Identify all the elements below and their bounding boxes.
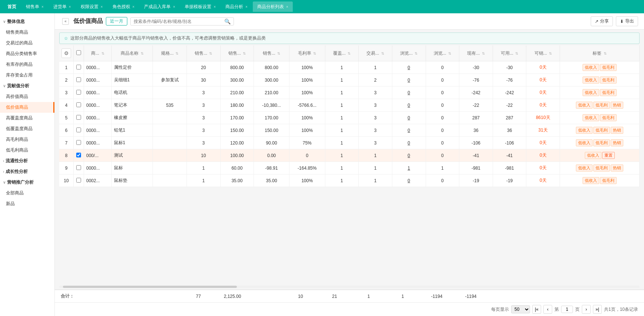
cell-browse1[interactable]: 0 — [392, 74, 426, 86]
page-size-select[interactable]: 50 100 200 — [511, 305, 530, 313]
cell-checkbox[interactable] — [74, 112, 84, 124]
cell-browse1[interactable]: 0 — [392, 137, 426, 149]
cell-browse1[interactable]: 0 — [392, 149, 426, 162]
sort-icon[interactable]: ⇅ — [448, 51, 451, 55]
sort-icon[interactable]: ⇅ — [209, 51, 212, 55]
next-page-button[interactable]: › — [582, 305, 591, 314]
close-icon[interactable]: × — [69, 5, 71, 9]
nav-tab-permission[interactable]: 权限设置 × — [76, 1, 107, 12]
browse-link[interactable]: 0 — [407, 90, 410, 95]
cell-browse1[interactable]: 0 — [392, 61, 426, 74]
row-checkbox[interactable] — [76, 102, 81, 107]
close-icon[interactable]: × — [286, 5, 288, 9]
cell-checkbox[interactable] — [74, 86, 84, 99]
sidebar-item-high-coverage[interactable]: 高覆盖度商品 — [0, 113, 54, 123]
nav-tab-product-in[interactable]: 产成品入库单 × — [140, 1, 180, 12]
horizontal-scrollbar[interactable] — [59, 286, 640, 288]
sidebar-item-traded[interactable]: 交易过的商品 — [0, 38, 54, 48]
cell-checkbox[interactable] — [74, 137, 84, 149]
collapse-sidebar-button[interactable]: « — [62, 18, 69, 25]
last-page-button[interactable]: »| — [593, 305, 602, 314]
cell-checkbox[interactable] — [74, 99, 84, 112]
row-checkbox[interactable] — [76, 140, 81, 145]
select-all-checkbox[interactable] — [76, 50, 81, 55]
export-button[interactable]: ⬇ 导出 — [616, 16, 638, 26]
nav-tab-role[interactable]: 角色授权 × — [108, 1, 139, 12]
row-checkbox[interactable] — [76, 153, 81, 157]
sort-icon[interactable]: ⇅ — [101, 51, 104, 55]
sort-icon[interactable]: ⇅ — [415, 51, 417, 55]
sidebar-item-in-stock[interactable]: 有库存的商品 — [0, 59, 54, 70]
first-page-button[interactable]: |« — [532, 305, 541, 314]
sort-icon[interactable]: ⇅ — [381, 51, 384, 55]
th-gear[interactable]: ⚙ — [59, 45, 74, 61]
row-checkbox[interactable] — [76, 115, 81, 120]
browse-link[interactable]: 0 — [407, 153, 410, 158]
sort-icon[interactable]: ⇅ — [348, 51, 350, 55]
sidebar-item-category-sales-rate[interactable]: 商品分类销售率 — [0, 48, 54, 59]
cell-browse1[interactable]: 0 — [392, 99, 426, 112]
sidebar-item-stock-capital[interactable]: 库存资金占用 — [0, 70, 54, 81]
sort-icon[interactable]: ⇅ — [141, 51, 144, 55]
sidebar-item-low-profit[interactable]: 低毛利商品 — [0, 145, 54, 156]
cell-checkbox[interactable] — [74, 174, 84, 187]
browse-link[interactable]: 1 — [407, 166, 410, 171]
browse-link[interactable]: 0 — [407, 103, 410, 108]
sort-icon[interactable]: ⇅ — [277, 51, 280, 55]
browse-link[interactable]: 0 — [407, 115, 410, 120]
close-icon[interactable]: × — [245, 5, 248, 9]
sidebar-item-high-value[interactable]: 高价值商品 — [0, 91, 54, 102]
browse-link[interactable]: 0 — [407, 178, 410, 183]
sidebar-group-contribution[interactable]: ∨ 贡献值分析 — [0, 81, 54, 91]
cell-browse1[interactable]: 0 — [392, 86, 426, 99]
cell-checkbox[interactable] — [74, 61, 84, 74]
column-settings-button[interactable]: ⚙ — [61, 48, 71, 58]
sidebar-item-low-value[interactable]: 低价值商品 — [0, 102, 54, 113]
sidebar-item-high-profit[interactable]: 高毛利商品 — [0, 134, 54, 145]
close-icon[interactable]: × — [101, 5, 103, 9]
sidebar-group-growth[interactable]: › 成长性分析 — [0, 166, 54, 177]
cell-checkbox[interactable] — [74, 162, 84, 174]
sort-icon[interactable]: ⇅ — [604, 51, 607, 55]
browse-link[interactable]: 0 — [407, 78, 410, 83]
sort-icon[interactable]: ⇅ — [549, 51, 552, 55]
sort-icon[interactable]: ⇅ — [175, 51, 178, 55]
sort-icon[interactable]: ⇅ — [243, 51, 246, 55]
sidebar-item-low-coverage[interactable]: 低覆盖度商品 — [0, 123, 54, 134]
sort-icon[interactable]: ⇅ — [515, 51, 518, 55]
search-icon[interactable]: 🔍 — [224, 18, 231, 24]
cell-browse1[interactable]: 1 — [392, 162, 426, 174]
nav-tab-sales[interactable]: 销售单 × — [21, 1, 48, 12]
sidebar-group-overall[interactable]: ∨ 整体信息 — [0, 16, 54, 27]
close-icon[interactable]: × — [214, 5, 216, 9]
cell-browse1[interactable]: 0 — [392, 112, 426, 124]
nav-tab-template[interactable]: 单据模板设置 × — [180, 1, 220, 12]
scrollbar-thumb[interactable] — [63, 286, 237, 288]
sort-icon[interactable]: ⇅ — [482, 51, 485, 55]
sort-icon[interactable]: ⇅ — [313, 51, 316, 55]
browse-link[interactable]: 0 — [407, 140, 410, 146]
row-checkbox[interactable] — [76, 178, 81, 183]
row-checkbox[interactable] — [76, 165, 81, 170]
nav-tab-analysis[interactable]: 商品分析 × — [221, 1, 252, 12]
share-button[interactable]: ↗ 分享 — [591, 16, 613, 26]
sidebar-item-all-products[interactable]: 全部商品 — [0, 188, 54, 198]
nav-tab-home[interactable]: 首页 — [3, 1, 21, 12]
prev-page-button[interactable]: ‹ — [543, 305, 552, 314]
nav-tab-analysis-list[interactable]: 商品分析列表 × — [253, 1, 293, 12]
search-input[interactable] — [134, 19, 223, 24]
cell-checkbox[interactable] — [74, 149, 84, 162]
date-filter-button[interactable]: 近一月 — [106, 17, 127, 26]
close-icon[interactable]: × — [41, 5, 44, 9]
cell-checkbox[interactable] — [74, 74, 84, 86]
row-checkbox[interactable] — [76, 90, 81, 95]
close-icon[interactable]: × — [173, 5, 175, 9]
browse-link[interactable]: 0 — [407, 128, 410, 133]
row-checkbox[interactable] — [76, 128, 81, 132]
sidebar-group-liquidity[interactable]: › 流通性分析 — [0, 156, 54, 166]
cell-browse1[interactable]: 0 — [392, 174, 426, 187]
th-checkbox[interactable] — [74, 45, 84, 61]
nav-tab-purchase[interactable]: 进货单 × — [49, 1, 76, 12]
browse-link[interactable]: 0 — [407, 65, 410, 70]
cell-checkbox[interactable] — [74, 124, 84, 137]
